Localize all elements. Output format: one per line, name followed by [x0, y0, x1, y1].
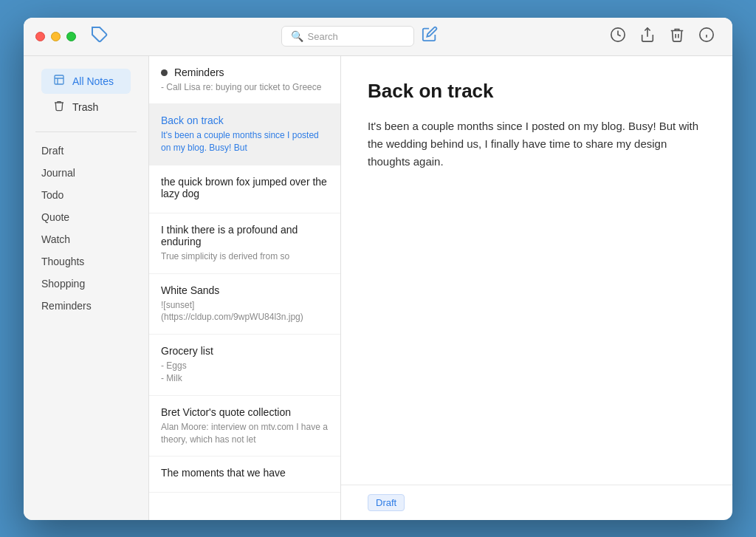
note-title: Bret Victor's quote collection [161, 406, 329, 418]
note-detail-title: Back on track [368, 80, 706, 103]
note-title: White Sands [161, 284, 329, 296]
sidebar-tag-todo[interactable]: Todo [24, 184, 148, 206]
sidebar-system: All Notes Trash [24, 69, 148, 120]
traffic-lights [35, 32, 76, 41]
all-notes-label: All Notes [72, 75, 114, 87]
note-tag-badge[interactable]: Draft [368, 494, 405, 511]
sidebar-item-trash[interactable]: Trash [41, 95, 131, 120]
toolbar-actions [610, 27, 715, 47]
note-detail-body: Back on track It's been a couple months … [341, 56, 732, 485]
note-item-white-sands[interactable]: White Sands ![sunset](https://cldup.com/… [149, 274, 340, 335]
note-preview: - Call Lisa re: buying our ticket to Gre… [161, 81, 329, 94]
sidebar-tag-reminders[interactable]: Reminders [24, 295, 148, 317]
all-notes-icon [53, 74, 65, 89]
main-content: All Notes Trash Draft Journal [24, 56, 732, 520]
sidebar-tag-draft[interactable]: Draft [24, 140, 148, 162]
minimize-button[interactable] [51, 32, 61, 41]
sidebar-tag-journal[interactable]: Journal [24, 162, 148, 184]
note-detail: Back on track It's been a couple months … [341, 56, 732, 520]
note-item-back-on-track[interactable]: Back on track It's been a couple months … [149, 104, 340, 165]
sidebar-tag-shopping[interactable]: Shopping [24, 273, 148, 295]
info-icon[interactable] [698, 27, 715, 47]
search-bar[interactable]: 🔍 Search [281, 26, 414, 47]
note-title: Grocery list [161, 345, 329, 357]
svg-rect-6 [55, 75, 63, 84]
note-item-profound[interactable]: I think there is a profound and enduring… [149, 213, 340, 274]
note-detail-footer: Draft [341, 485, 732, 520]
note-dot-icon [161, 69, 168, 76]
maximize-button[interactable] [66, 32, 76, 41]
note-item-bret-victor[interactable]: Bret Victor's quote collection Alan Moor… [149, 396, 340, 457]
app-window: 🔍 Search [24, 18, 732, 520]
note-preview: True simplicity is derived from so [161, 250, 329, 263]
notes-list: Reminders - Call Lisa re: buying our tic… [149, 56, 341, 520]
note-title: the quick brown fox jumped over the lazy… [161, 176, 329, 199]
note-title: Reminders [161, 66, 329, 78]
new-note-button[interactable] [422, 26, 438, 47]
close-button[interactable] [35, 32, 45, 41]
note-item-reminders[interactable]: Reminders - Call Lisa re: buying our tic… [149, 56, 340, 105]
sidebar-tags: Draft Journal Todo Quote Watch Thoughts … [24, 140, 148, 317]
sidebar-tag-thoughts[interactable]: Thoughts [24, 250, 148, 273]
history-icon[interactable] [610, 27, 626, 47]
note-detail-content[interactable]: It's been a couple months since I posted… [368, 117, 706, 171]
note-item-grocery-list[interactable]: Grocery list - Eggs- Milk [149, 335, 340, 396]
note-preview: - Eggs- Milk [161, 360, 329, 385]
note-item-quick-fox[interactable]: the quick brown fox jumped over the lazy… [149, 165, 340, 213]
trash-icon [53, 100, 65, 114]
sidebar-tag-watch[interactable]: Watch [24, 228, 148, 250]
trash-label: Trash [72, 101, 98, 113]
sidebar-tag-quote[interactable]: Quote [24, 206, 148, 228]
note-item-moments[interactable]: The moments that we have [149, 456, 340, 493]
app-logo [91, 26, 109, 47]
delete-icon[interactable] [669, 27, 685, 47]
note-preview: It's been a couple months since I posted… [161, 129, 329, 154]
titlebar: 🔍 Search [24, 18, 732, 56]
note-title: Back on track [161, 114, 329, 126]
sidebar-item-all-notes[interactable]: All Notes [41, 69, 131, 94]
note-preview: Alan Moore: interview on mtv.com I have … [161, 421, 329, 446]
search-placeholder: Search [308, 31, 338, 42]
sidebar: All Notes Trash Draft Journal [24, 56, 149, 520]
note-title: I think there is a profound and enduring [161, 224, 329, 247]
share-icon[interactable] [639, 27, 656, 47]
search-icon: 🔍 [291, 30, 303, 42]
sidebar-divider [35, 131, 137, 132]
note-title: The moments that we have [161, 467, 329, 479]
note-preview: ![sunset](https://cldup.com/9wpWU84l3n.j… [161, 299, 329, 324]
